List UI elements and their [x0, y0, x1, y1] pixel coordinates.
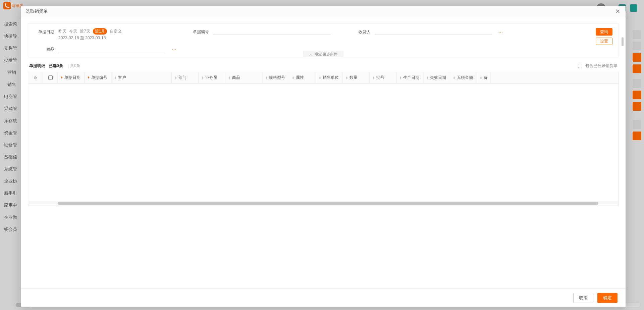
sort-icon[interactable]: ▲▼ — [60, 76, 63, 80]
date-tab-custom[interactable]: 自定义 — [110, 29, 122, 34]
col-product[interactable]: ▲▼商品 — [225, 72, 262, 83]
col-label: 单据编号 — [91, 75, 107, 81]
col-expire[interactable]: ▲▼失效日期 — [423, 72, 450, 83]
col-label: 备 — [484, 75, 488, 81]
col-qty[interactable]: ▲▼数量 — [343, 72, 370, 83]
filter-actions: 查询 设置 — [596, 28, 612, 45]
confirm-button[interactable]: 确定 — [597, 293, 618, 303]
table-body — [28, 84, 619, 206]
hscroll-thumb[interactable] — [58, 202, 598, 205]
filter-product-label: 商品 — [34, 46, 54, 52]
col-unit[interactable]: ▲▼销售单位 — [316, 72, 343, 83]
filter-date-label: 单据日期 — [34, 28, 54, 35]
sort-icon[interactable]: ▲▼ — [87, 76, 90, 80]
sort-icon[interactable]: ▲▼ — [453, 76, 455, 80]
col-gear[interactable]: ⚙ — [28, 72, 43, 83]
sort-icon[interactable]: ▲▼ — [265, 76, 268, 80]
settings-button[interactable]: 设置 — [596, 38, 612, 45]
col-label: 失效日期 — [430, 75, 446, 81]
filter-receiver: 收货人 … — [351, 28, 503, 35]
col-produced[interactable]: ▲▼生产日期 — [396, 72, 423, 83]
include-split-wrapper[interactable]: 包含已分摊销货单 — [577, 63, 618, 69]
col-no[interactable]: ▲▼单据编号 — [85, 72, 111, 83]
product-picker-icon[interactable]: … — [172, 46, 176, 51]
col-label: 批号 — [376, 75, 384, 81]
list-selected-label: 已选0条 — [49, 63, 63, 69]
table-header: ⚙▲▼单据日期▲▼单据编号▲▼客户▲▼部门▲▼业务员▲▼商品▲▼规格型号▲▼属性… — [28, 72, 619, 84]
date-tab-last7[interactable]: 近7天 — [80, 29, 90, 34]
filter-product: 商品 … — [34, 46, 176, 52]
date-quick-tabs: 昨天 今天 近7天 近1月 自定义 — [58, 28, 122, 35]
sort-icon[interactable]: ▲▼ — [480, 76, 482, 80]
list-sep: | — [68, 64, 69, 68]
table-horizontal-scrollbar[interactable] — [28, 201, 619, 206]
query-button[interactable]: 查询 — [596, 28, 612, 36]
col-label: 业务员 — [205, 75, 217, 81]
col-chk[interactable] — [43, 72, 58, 83]
col-dept[interactable]: ▲▼部门 — [172, 72, 199, 83]
list-total-label: 共0条 — [70, 63, 80, 69]
col-label: 客户 — [118, 75, 126, 81]
modal-body: 单据日期 昨天 今天 近7天 近1月 自定义 2023-02-18 至 2023… — [21, 17, 626, 289]
col-label: 单据日期 — [64, 75, 80, 81]
date-tab-last1m[interactable]: 近1月 — [93, 28, 107, 35]
collapse-label: 收起更多条件 — [315, 52, 337, 56]
sort-icon[interactable]: ▲▼ — [201, 76, 204, 80]
col-label: 商品 — [232, 75, 240, 81]
col-customer[interactable]: ▲▼客户 — [111, 72, 172, 83]
collapse-filter-button[interactable]: ︽ 收起更多条件 — [303, 51, 343, 57]
include-split-label: 包含已分摊销货单 — [585, 63, 618, 69]
sort-icon[interactable]: ▲▼ — [399, 76, 402, 80]
cancel-button[interactable]: 取消 — [573, 293, 593, 303]
modal-select-sales-order: 选取销货单 ✕ 单据日期 昨天 今天 近7天 近1月 自定义 — [21, 6, 626, 307]
select-all-checkbox[interactable] — [48, 75, 53, 80]
sort-icon[interactable]: ▲▼ — [345, 76, 348, 80]
col-amount[interactable]: ▲▼无税金额 — [450, 72, 477, 83]
receiver-input[interactable] — [375, 28, 492, 35]
include-split-checkbox[interactable] — [578, 64, 582, 68]
filter-docno-label: 单据编号 — [189, 28, 209, 35]
product-input[interactable] — [58, 46, 166, 52]
col-label: 无税金额 — [457, 75, 473, 81]
modal-footer: 取消 确定 — [21, 289, 626, 307]
sort-icon[interactable]: ▲▼ — [114, 76, 117, 80]
date-range-display: 2023-02-18 至 2023-03-18 — [58, 35, 122, 41]
sort-icon[interactable]: ▲▼ — [228, 76, 231, 80]
col-label: 数量 — [350, 75, 358, 81]
col-label: 规格型号 — [269, 75, 285, 81]
table: ⚙▲▼单据日期▲▼单据编号▲▼客户▲▼部门▲▼业务员▲▼商品▲▼规格型号▲▼属性… — [28, 72, 619, 206]
col-batch[interactable]: ▲▼批号 — [370, 72, 396, 83]
docno-input[interactable] — [213, 28, 330, 35]
col-label: 销售单位 — [323, 75, 339, 81]
sort-icon[interactable]: ▲▼ — [426, 76, 429, 80]
modal-title: 选取销货单 — [26, 8, 48, 14]
sort-icon[interactable]: ▲▼ — [372, 76, 375, 80]
sort-icon[interactable]: ▲▼ — [292, 76, 294, 80]
gear-icon[interactable]: ⚙ — [34, 75, 37, 80]
modal-vertical-scrollbar[interactable] — [622, 37, 624, 262]
modal-header: 选取销货单 ✕ — [21, 6, 626, 17]
sort-icon[interactable]: ▲▼ — [319, 76, 321, 80]
list-meta: 单据明细 已选0条 | 共0条 包含已分摊销货单 — [29, 63, 618, 69]
filter-docno: 单据编号 — [189, 28, 330, 35]
col-label: 生产日期 — [403, 75, 419, 81]
chevron-up-icon: ︽ — [309, 52, 313, 56]
filter-receiver-label: 收货人 — [351, 28, 371, 35]
receiver-picker-icon[interactable]: … — [498, 28, 503, 34]
col-remark[interactable]: ▲▼备 — [477, 72, 490, 83]
col-date[interactable]: ▲▼单据日期 — [58, 72, 85, 83]
date-tab-yesterday[interactable]: 昨天 — [58, 29, 66, 34]
col-sales[interactable]: ▲▼业务员 — [199, 72, 225, 83]
col-attr[interactable]: ▲▼属性 — [289, 72, 316, 83]
date-tab-today[interactable]: 今天 — [69, 29, 77, 34]
list-detail-label: 单据明细 — [29, 63, 45, 69]
filter-date: 单据日期 昨天 今天 近7天 近1月 自定义 2023-02-18 至 2023… — [34, 28, 122, 41]
vscroll-thumb[interactable] — [622, 37, 624, 46]
col-label: 部门 — [178, 75, 186, 81]
filter-panel: 单据日期 昨天 今天 近7天 近1月 自定义 2023-02-18 至 2023… — [28, 23, 619, 57]
sort-icon[interactable]: ▲▼ — [174, 76, 177, 80]
col-spec[interactable]: ▲▼规格型号 — [262, 72, 289, 83]
col-label: 属性 — [296, 75, 304, 81]
close-icon[interactable]: ✕ — [614, 8, 621, 15]
